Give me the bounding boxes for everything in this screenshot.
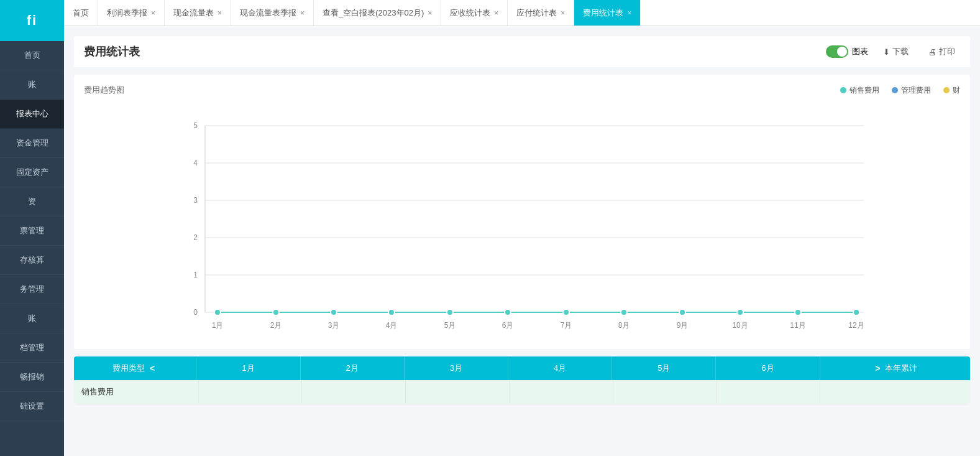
sidebar-item-capital[interactable]: 资 bbox=[0, 187, 64, 216]
sidebar-item-inventory[interactable]: 存核算 bbox=[0, 246, 64, 275]
td-m2-sales bbox=[302, 380, 406, 404]
th-m3-label: 3月 bbox=[450, 363, 462, 374]
page-header: 费用统计表 图表 ⬇ 下载 🖨 打印 bbox=[74, 36, 970, 67]
sidebar-item-account[interactable]: 账 bbox=[0, 70, 64, 100]
legend-label-admin: 管理费用 bbox=[901, 85, 931, 96]
legend-label-sales: 销售费用 bbox=[849, 85, 879, 96]
sidebar-item-accounts[interactable]: 账 bbox=[0, 304, 64, 333]
tab-expense-stats-close[interactable]: × bbox=[627, 9, 631, 17]
th-year-total-label: 本年累计 bbox=[885, 363, 917, 374]
td-m1-sales bbox=[199, 380, 303, 404]
tab-accounts-receivable-label: 应收统计表 bbox=[450, 7, 490, 19]
svg-text:4: 4 bbox=[193, 159, 198, 167]
svg-point-24 bbox=[853, 309, 859, 315]
tab-cash-flow[interactable]: 现金流量表 × bbox=[165, 0, 231, 26]
th-type-label: 费用类型 bbox=[112, 363, 145, 374]
svg-point-17 bbox=[447, 309, 453, 315]
tab-cash-flow-quarterly-label: 现金流量表季报 bbox=[240, 7, 296, 19]
sidebar-item-business-management[interactable]: 务管理 bbox=[0, 275, 64, 304]
th-m5: 5月 bbox=[612, 356, 716, 380]
tab-accounts-payable-label: 应付统计表 bbox=[516, 7, 557, 19]
th-type: 费用类型 < bbox=[74, 356, 196, 380]
main-area: 首页 利润表季报 × 现金流量表 × 现金流量表季报 × 查看_空白报表(202… bbox=[64, 0, 980, 456]
sidebar-item-home[interactable]: 首页 bbox=[0, 41, 64, 70]
tab-expense-stats[interactable]: 费用统计表 × bbox=[574, 0, 641, 26]
legend-dot-sales bbox=[840, 87, 846, 93]
sidebar-item-report-center[interactable]: 报表中心 bbox=[0, 100, 64, 129]
print-button[interactable]: 🖨 打印 bbox=[923, 44, 960, 60]
svg-text:5月: 5月 bbox=[444, 321, 456, 330]
svg-point-13 bbox=[214, 309, 221, 315]
sidebar-item-invoice-management[interactable]: 票管理 bbox=[0, 216, 64, 246]
svg-text:8月: 8月 bbox=[618, 321, 630, 330]
trend-chart: 0 1 2 3 4 5 bbox=[84, 101, 960, 337]
th-m2-label: 2月 bbox=[346, 363, 359, 374]
legend-item-finance: 财 bbox=[943, 85, 960, 96]
svg-text:3月: 3月 bbox=[328, 321, 340, 330]
tab-home[interactable]: 首页 bbox=[64, 0, 98, 26]
svg-text:1: 1 bbox=[193, 271, 198, 279]
svg-text:1月: 1月 bbox=[212, 321, 224, 330]
svg-text:10月: 10月 bbox=[732, 321, 748, 330]
svg-point-20 bbox=[621, 309, 627, 315]
tab-expense-stats-label: 费用统计表 bbox=[583, 7, 623, 19]
chart-toggle[interactable] bbox=[826, 45, 848, 58]
tab-cash-flow-quarterly-close[interactable]: × bbox=[300, 9, 305, 17]
tab-cash-flow-close[interactable]: × bbox=[218, 9, 222, 17]
tab-cash-flow-label: 现金流量表 bbox=[173, 7, 214, 19]
th-m4: 4月 bbox=[508, 356, 612, 380]
table-row-sales: 销售费用 bbox=[74, 380, 970, 404]
tab-cash-flow-quarterly[interactable]: 现金流量表季报 × bbox=[231, 0, 314, 26]
svg-text:9月: 9月 bbox=[677, 321, 689, 330]
print-icon: 🖨 bbox=[928, 47, 936, 57]
tab-blank-report-close[interactable]: × bbox=[428, 9, 432, 17]
svg-point-19 bbox=[563, 309, 569, 315]
next-month-button[interactable]: > bbox=[872, 363, 882, 373]
td-m6-sales bbox=[717, 380, 821, 404]
td-m4-sales bbox=[510, 380, 613, 404]
download-label: 下载 bbox=[892, 46, 909, 57]
chart-title: 费用趋势图 bbox=[84, 85, 124, 96]
svg-point-15 bbox=[331, 309, 337, 315]
tab-blank-report-label: 查看_空白报表(2023年02月) bbox=[323, 7, 424, 19]
sidebar-item-file-management[interactable]: 档管理 bbox=[0, 333, 64, 363]
svg-text:3: 3 bbox=[193, 196, 198, 205]
svg-text:6月: 6月 bbox=[502, 321, 514, 330]
legend-label-finance: 财 bbox=[953, 85, 960, 96]
sidebar-item-fund-management[interactable]: 资金管理 bbox=[0, 129, 64, 158]
th-m1: 1月 bbox=[196, 356, 300, 380]
svg-text:7月: 7月 bbox=[561, 321, 572, 330]
sidebar-item-expense-write-off[interactable]: 畅报销 bbox=[0, 363, 64, 392]
download-button[interactable]: ⬇ 下载 bbox=[878, 44, 914, 60]
sidebar-item-basic-settings[interactable]: 础设置 bbox=[0, 392, 64, 421]
th-m5-label: 5月 bbox=[657, 363, 670, 374]
td-year-total-sales bbox=[820, 380, 970, 404]
tab-accounts-receivable[interactable]: 应收统计表 × bbox=[441, 0, 508, 26]
prev-month-button[interactable]: < bbox=[147, 363, 157, 373]
th-m4-label: 4月 bbox=[554, 363, 566, 374]
tab-profit-quarterly[interactable]: 利润表季报 × bbox=[98, 0, 165, 26]
tab-accounts-receivable-close[interactable]: × bbox=[494, 9, 498, 17]
legend-item-sales: 销售费用 bbox=[840, 85, 879, 96]
td-m5-sales bbox=[613, 380, 717, 404]
th-m1-label: 1月 bbox=[242, 363, 254, 374]
chart-toggle-label: 图表 bbox=[852, 46, 868, 57]
header-actions: 图表 ⬇ 下载 🖨 打印 bbox=[826, 44, 960, 60]
print-label: 打印 bbox=[939, 46, 955, 57]
svg-point-18 bbox=[505, 309, 511, 315]
svg-point-14 bbox=[273, 309, 279, 315]
chart-panel: 费用趋势图 销售费用 管理费用 财 bbox=[74, 75, 970, 349]
tab-blank-report[interactable]: 查看_空白报表(2023年02月) × bbox=[314, 0, 441, 26]
svg-text:4月: 4月 bbox=[386, 321, 398, 330]
expense-table: 费用类型 < 1月 2月 3月 4月 5月 bbox=[74, 356, 970, 404]
sidebar-item-fixed-assets[interactable]: 固定资产 bbox=[0, 158, 64, 187]
chart-svg-wrap: 0 1 2 3 4 5 bbox=[84, 101, 960, 339]
tab-accounts-payable[interactable]: 应付统计表 × bbox=[508, 0, 574, 26]
svg-text:12月: 12月 bbox=[848, 321, 864, 330]
tab-profit-quarterly-close[interactable]: × bbox=[151, 9, 155, 17]
td-m3-sales bbox=[406, 380, 510, 404]
legend-item-admin: 管理费用 bbox=[892, 85, 931, 96]
svg-point-22 bbox=[737, 309, 743, 315]
tab-accounts-payable-close[interactable]: × bbox=[561, 9, 565, 17]
tab-profit-quarterly-label: 利润表季报 bbox=[107, 7, 147, 19]
